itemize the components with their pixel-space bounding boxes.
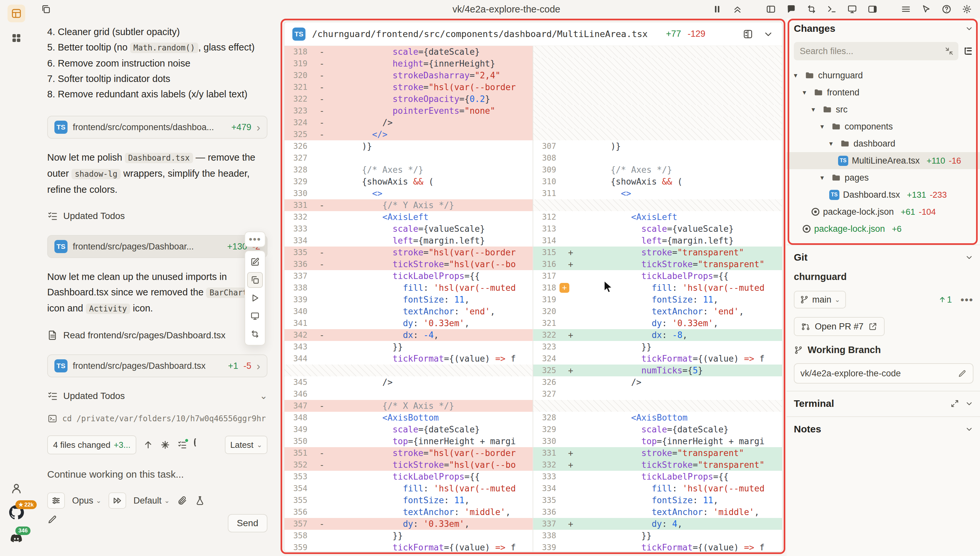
tree-folder-row[interactable]: ▾frontend (786, 84, 980, 101)
menu-icon[interactable] (900, 3, 912, 15)
flask-icon[interactable] (195, 495, 205, 506)
diff-sign (313, 435, 331, 447)
diff-sign (313, 530, 331, 541)
profile-icon[interactable] (10, 482, 23, 495)
pencil-icon[interactable] (958, 369, 967, 378)
tree-file-row[interactable]: package-lock.json+6 (786, 220, 980, 238)
add-comment-button[interactable]: + (560, 283, 569, 293)
line-number: 330 (533, 435, 562, 447)
notes-section-header[interactable]: Notes (794, 423, 974, 435)
diff-cell: 337+ dy: 4, (533, 518, 782, 530)
help-icon[interactable] (941, 3, 953, 15)
chevron-down-icon[interactable]: ⌄ (260, 390, 268, 401)
chat-bubble-icon[interactable] (785, 3, 797, 15)
chevron-down-icon[interactable] (762, 28, 774, 40)
chevron-down-icon: ▾ (829, 140, 836, 147)
git-compare-icon[interactable] (247, 326, 263, 342)
tree-file-row[interactable]: package-lock.json+61-104 (786, 203, 980, 220)
chevron-down-icon[interactable] (965, 24, 974, 33)
git-compare-icon[interactable] (806, 3, 817, 15)
code-line: strokeOpacity={0.2} (331, 93, 490, 105)
arrow-up-icon[interactable] (143, 440, 153, 450)
diff-row: 340 textAnchor: 'end',320 textAnchor: 'e… (284, 305, 782, 317)
file-chip-name: frontend/src/components/dashboa... (73, 122, 226, 133)
collapse-up-icon[interactable] (731, 3, 743, 15)
edit-icon[interactable] (247, 254, 263, 270)
app-logo[interactable] (8, 5, 25, 22)
chat-input[interactable]: Continue working on this task... (47, 469, 268, 480)
tree-folder-row[interactable]: ▾pages (786, 169, 980, 186)
line-number: 321 (533, 317, 562, 329)
todo-progress-icon[interactable] (177, 440, 187, 450)
chat-para-polish: Now let me polish Dashboard.tsx — remove… (47, 150, 268, 197)
tree-folder-row[interactable]: ▾dashboard (786, 135, 980, 152)
working-branch-field[interactable]: vk/4e2a-explore-the-code (794, 363, 974, 383)
file-tree-toggle-icon[interactable] (963, 46, 974, 57)
latest-dropdown[interactable]: Latest ⌄ (225, 436, 268, 454)
copy-icon[interactable] (247, 272, 263, 288)
changes-section-header[interactable]: Changes (794, 23, 974, 34)
pause-icon[interactable] (711, 3, 723, 15)
read-file-row[interactable]: Read frontend/src/pages/Dashboard.tsx (47, 330, 268, 341)
paperclip-icon[interactable] (177, 495, 187, 506)
play-icon[interactable] (247, 290, 263, 306)
tree-file-row[interactable]: TSDashboard.tsx+131-233 (786, 186, 980, 203)
terminal-command-row[interactable]: cd /private/var/folders/10/h7w0q46556ggr… (47, 414, 268, 423)
monitor-icon[interactable] (247, 308, 263, 324)
preset-dropdown[interactable]: Default ⌄ (133, 496, 170, 506)
code-line: <AxisLeft (580, 211, 677, 223)
code-line: top={innerHeight + margi (331, 435, 516, 447)
chevron-down-icon[interactable] (965, 399, 974, 408)
more-options-button[interactable]: ••• (244, 231, 265, 247)
sparkle-icon[interactable] (160, 440, 170, 450)
collapse-all-icon[interactable] (944, 47, 954, 56)
diff-header: TS /churnguard/frontend/src/components/d… (284, 22, 782, 46)
todo-row-2[interactable]: Updated Todos ⌄ (47, 390, 268, 401)
pencil-icon[interactable] (47, 514, 58, 525)
files-changed-chip[interactable]: 4 files changed +3... (47, 435, 136, 454)
discord-count-badge: 346 (15, 527, 31, 535)
chevron-down-icon[interactable] (965, 425, 974, 433)
diff-cell: 312 <AxisLeft (533, 211, 782, 223)
chevron-down-icon: ▾ (820, 174, 828, 182)
file-chip-components-dashboard[interactable]: TS frontend/src/components/dashboa... +4… (47, 116, 268, 139)
model-dropdown[interactable]: Opus ⌄ (72, 496, 101, 506)
status-row: 4 files changed +3... Latest ⌄ (47, 435, 268, 454)
diff-row: 331- {/* Y Axis */} (284, 199, 782, 211)
diff-rows[interactable]: 318- scale={dateScale}319- height={inner… (284, 46, 782, 551)
expand-icon[interactable] (951, 399, 959, 408)
file-chip-pages-dashboard[interactable]: TS frontend/src/pages/Dashboar... +130 -… (47, 235, 268, 258)
send-button[interactable]: Send (228, 514, 268, 532)
settings-icon[interactable] (961, 3, 973, 15)
chevron-down-icon[interactable] (965, 253, 974, 262)
diff-cell: 325+ numTicks={5} (533, 365, 782, 377)
tree-file-row[interactable]: TSMultiLineArea.tsx+110-16 (786, 152, 980, 169)
search-files-input[interactable]: Search files... (794, 42, 958, 60)
diff-cell: 316+ tickStroke="transparent" (533, 258, 782, 270)
file-chip-dashboard-small[interactable]: TS frontend/src/pages/Dashboard.tsx +1 -… (47, 354, 268, 377)
pointer-icon[interactable] (920, 3, 932, 15)
git-section-header[interactable]: Git (794, 252, 974, 263)
diff-view-icon[interactable] (742, 28, 754, 40)
panel-left-icon[interactable] (765, 3, 777, 15)
diff-cell: 340 textAnchor: 'end', (284, 305, 533, 317)
more-options-icon[interactable]: ••• (960, 294, 974, 306)
line-number: 346 (284, 388, 313, 400)
branch-dropdown[interactable]: main ⌄ (794, 291, 846, 309)
todo-row-1[interactable]: Updated Todos (47, 210, 268, 221)
tree-folder-row[interactable]: ▾churnguard (786, 67, 980, 84)
open-pr-button[interactable]: Open PR #7 (794, 317, 885, 336)
right-sidebar: Changes Search files... ▾churnguard▾fron… (786, 18, 980, 556)
fast-forward-icon[interactable] (108, 492, 126, 509)
tree-folder-row[interactable]: ▾src (786, 101, 980, 118)
stacked-panels-icon[interactable] (40, 3, 52, 15)
tree-folder-row[interactable]: ▾components (786, 118, 980, 135)
panel-right-icon[interactable] (867, 3, 878, 15)
sliders-icon[interactable] (47, 492, 65, 509)
terminal-section-header[interactable]: Terminal (794, 398, 974, 409)
diff-cell: 322+ dx: -8, (533, 329, 782, 341)
monitor-icon[interactable] (846, 3, 858, 15)
code-line: fill: 'hsl(var(--muted (580, 483, 765, 495)
terminal-icon[interactable] (826, 3, 838, 15)
apps-grid-icon[interactable] (10, 32, 22, 44)
